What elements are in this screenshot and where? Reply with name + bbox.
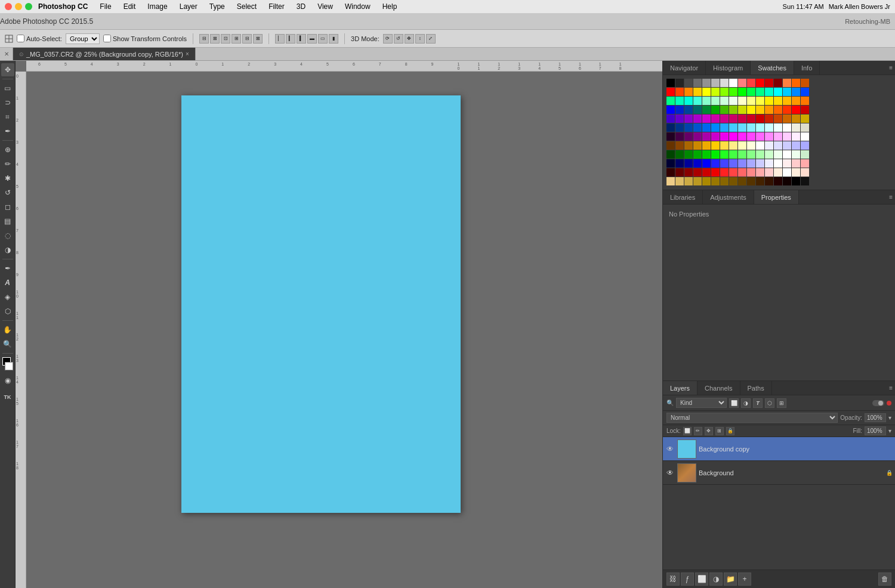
swatch-1-2[interactable] bbox=[684, 88, 693, 96]
swatch-8-2[interactable] bbox=[684, 150, 693, 159]
layer-visibility-bg[interactable]: 👁 bbox=[665, 468, 675, 478]
tab-swatches[interactable]: Swatches bbox=[751, 61, 794, 75]
menu-3d[interactable]: 3D bbox=[292, 2, 310, 11]
swatch-0-2[interactable] bbox=[684, 79, 693, 87]
swatch-5-9[interactable] bbox=[747, 123, 755, 132]
crop-tool-btn[interactable]: ⌗ bbox=[1, 110, 14, 123]
dist-left-icon[interactable]: ▏ bbox=[275, 34, 285, 44]
menu-image[interactable]: Image bbox=[143, 2, 172, 11]
filter-smart-icon[interactable]: ⊞ bbox=[777, 398, 786, 408]
swatch-1-13[interactable] bbox=[783, 88, 791, 96]
swatch-9-15[interactable] bbox=[801, 159, 809, 168]
layer-kind-dropdown[interactable]: Kind Name Effect Mode Attribute Color Sm… bbox=[676, 398, 727, 408]
swatch-6-14[interactable] bbox=[792, 132, 800, 141]
swatch-1-0[interactable] bbox=[666, 88, 675, 96]
swatch-7-13[interactable] bbox=[783, 141, 791, 150]
swatch-2-5[interactable] bbox=[711, 97, 720, 105]
swatch-11-4[interactable] bbox=[702, 177, 711, 185]
brush-tool-btn[interactable]: ✏ bbox=[1, 157, 14, 171]
lock-brush-icon[interactable]: ✏ bbox=[694, 427, 702, 435]
3d-slide-icon[interactable]: ↕ bbox=[415, 34, 425, 44]
swatch-7-9[interactable] bbox=[747, 141, 755, 150]
swatch-4-1[interactable] bbox=[675, 114, 684, 123]
swatch-10-10[interactable] bbox=[756, 168, 764, 177]
dist-center-icon[interactable]: ▎ bbox=[286, 34, 295, 44]
swatch-4-10[interactable] bbox=[756, 114, 764, 123]
clone-stamp-btn[interactable]: ✱ bbox=[1, 172, 14, 185]
swatch-10-7[interactable] bbox=[729, 168, 737, 177]
swatch-8-10[interactable] bbox=[756, 150, 764, 159]
swatch-4-6[interactable] bbox=[720, 114, 729, 123]
tab-navigator[interactable]: Navigator bbox=[663, 61, 706, 75]
swatch-3-3[interactable] bbox=[693, 106, 702, 114]
swatch-0-13[interactable] bbox=[783, 79, 791, 87]
swatch-11-2[interactable] bbox=[684, 177, 693, 185]
swatch-3-7[interactable] bbox=[729, 106, 737, 114]
swatch-0-6[interactable] bbox=[720, 79, 729, 87]
swatch-2-4[interactable] bbox=[702, 97, 711, 105]
swatch-10-3[interactable] bbox=[693, 168, 702, 177]
swatch-4-3[interactable] bbox=[693, 114, 702, 123]
swatch-9-0[interactable] bbox=[666, 159, 675, 168]
swatch-10-4[interactable] bbox=[702, 168, 711, 177]
document-tab[interactable]: ⊙ _MG_0357.CR2 @ 25% (Background copy, R… bbox=[13, 48, 196, 60]
dodge-tool-btn[interactable]: ◑ bbox=[1, 243, 14, 256]
swatch-1-7[interactable] bbox=[729, 88, 737, 96]
swatch-8-5[interactable] bbox=[711, 150, 720, 159]
swatch-3-4[interactable] bbox=[702, 106, 711, 114]
swatch-4-5[interactable] bbox=[711, 114, 720, 123]
swatch-6-4[interactable] bbox=[702, 132, 711, 141]
swatch-7-4[interactable] bbox=[702, 141, 711, 150]
tab-adjustments[interactable]: Adjustments bbox=[703, 190, 754, 204]
swatch-2-11[interactable] bbox=[765, 97, 773, 105]
swatch-5-1[interactable] bbox=[675, 123, 684, 132]
menu-filter[interactable]: Filter bbox=[264, 2, 289, 11]
swatch-5-10[interactable] bbox=[756, 123, 764, 132]
traffic-light-green[interactable] bbox=[25, 3, 32, 10]
swatch-9-1[interactable] bbox=[675, 159, 684, 168]
dist-top-icon[interactable]: ▬ bbox=[307, 34, 317, 44]
align-bottom-icon[interactable]: ⊠ bbox=[253, 34, 263, 44]
swatch-11-8[interactable] bbox=[738, 177, 746, 185]
swatch-7-5[interactable] bbox=[711, 141, 720, 150]
swatch-3-8[interactable] bbox=[738, 106, 746, 114]
traffic-light-red[interactable] bbox=[5, 3, 12, 10]
swatch-7-12[interactable] bbox=[774, 141, 782, 150]
layer-mask-btn[interactable]: ⬜ bbox=[695, 572, 708, 586]
swatch-0-3[interactable] bbox=[693, 79, 702, 87]
swatch-5-3[interactable] bbox=[693, 123, 702, 132]
swatch-10-14[interactable] bbox=[792, 168, 800, 177]
swatch-11-6[interactable] bbox=[720, 177, 729, 185]
swatch-10-2[interactable] bbox=[684, 168, 693, 177]
show-transform-checkbox[interactable] bbox=[103, 35, 111, 42]
swatch-9-4[interactable] bbox=[702, 159, 711, 168]
swatch-8-13[interactable] bbox=[783, 150, 791, 159]
tab-info[interactable]: Info bbox=[794, 61, 820, 75]
swatch-4-7[interactable] bbox=[729, 114, 737, 123]
swatch-5-2[interactable] bbox=[684, 123, 693, 132]
swatch-8-1[interactable] bbox=[675, 150, 684, 159]
swatch-0-7[interactable] bbox=[729, 79, 737, 87]
swatch-11-5[interactable] bbox=[711, 177, 720, 185]
swatch-10-6[interactable] bbox=[720, 168, 729, 177]
layer-fx-btn[interactable]: ƒ bbox=[681, 572, 694, 586]
swatch-9-8[interactable] bbox=[738, 159, 746, 168]
3d-scale-icon[interactable]: ⤢ bbox=[426, 34, 436, 44]
swatch-7-11[interactable] bbox=[765, 141, 773, 150]
layer-group-btn[interactable]: 📁 bbox=[724, 572, 737, 586]
swatch-4-11[interactable] bbox=[765, 114, 773, 123]
swatch-3-1[interactable] bbox=[675, 106, 684, 114]
swatch-3-9[interactable] bbox=[747, 106, 755, 114]
selection-tool-btn[interactable]: ▭ bbox=[1, 82, 14, 95]
layer-adj-btn[interactable]: ◑ bbox=[709, 572, 723, 586]
dist-bottom-icon[interactable]: ▮ bbox=[329, 34, 338, 44]
swatch-3-5[interactable] bbox=[711, 106, 720, 114]
swatch-10-5[interactable] bbox=[711, 168, 720, 177]
swatch-11-0[interactable] bbox=[666, 177, 675, 185]
swatch-0-14[interactable] bbox=[792, 79, 800, 87]
swatch-10-13[interactable] bbox=[783, 168, 791, 177]
swatch-5-4[interactable] bbox=[702, 123, 711, 132]
swatch-8-11[interactable] bbox=[765, 150, 773, 159]
layer-delete-btn[interactable]: 🗑 bbox=[878, 572, 891, 586]
swatch-2-0[interactable] bbox=[666, 97, 675, 105]
